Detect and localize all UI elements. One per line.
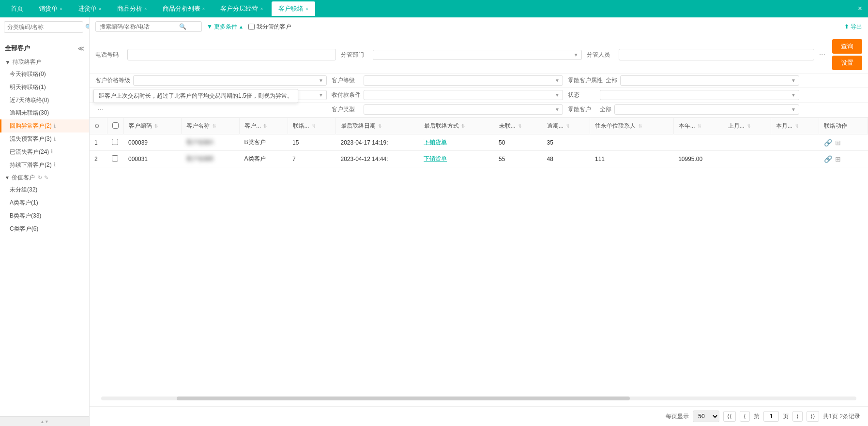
sidebar-item-lostwarning[interactable]: 流失预警客户(3) ℹ	[0, 132, 89, 146]
row2-link-icon[interactable]: 🔗	[824, 155, 832, 163]
my-customers-checkbox[interactable]: 我分管的客户	[248, 23, 291, 31]
sidebar-item-abnormal[interactable]: 回购异常客户(2) ℹ	[0, 119, 89, 132]
row2-grid-icon[interactable]: ⊞	[835, 155, 841, 163]
lastmethod-sort-icon[interactable]: ⇅	[461, 124, 465, 129]
contacts-sort-icon[interactable]: ⇅	[639, 124, 642, 129]
code-sort-icon[interactable]: ⇅	[154, 124, 158, 129]
last-page-btn[interactable]: ⟩⟩	[807, 411, 819, 422]
horizontal-scrollbar[interactable]	[101, 397, 856, 400]
manager-label: 分管人员	[587, 51, 616, 59]
close-purchase-tab[interactable]: ×	[99, 6, 102, 12]
sidebar-item-tomorrow[interactable]: 明天待联络(1)	[0, 81, 89, 94]
overdue-sort-icon[interactable]: ⇅	[566, 124, 570, 129]
scatter-attr-select[interactable]: ▼	[620, 75, 799, 86]
sidebar-item-ungrouped[interactable]: 未分组(32)	[0, 183, 89, 196]
main-layout: 🔍 全部客户 ≪ ▼ 待联络客户 今天待联络(0) 明天待联络(1) 近7天待联…	[0, 17, 868, 426]
close-analysis-list-tab[interactable]: ×	[202, 6, 205, 12]
scrollbar-thumb[interactable]	[177, 397, 630, 400]
sidebar-search-input[interactable]	[4, 21, 83, 33]
row2-check[interactable]	[112, 155, 118, 162]
sidebar-item-class-b[interactable]: B类客户(33)	[0, 209, 89, 222]
page-suffix: 页	[783, 412, 789, 421]
query-button[interactable]: 查询	[832, 39, 862, 54]
search-input[interactable]	[100, 23, 177, 30]
row2-lastmethod[interactable]: 下销货单	[419, 151, 494, 167]
window-close-button[interactable]: ×	[858, 4, 862, 13]
nav-tab-home[interactable]: 首页	[4, 1, 30, 16]
lostwarning-info-icon[interactable]: ℹ	[54, 135, 56, 143]
type-sort-icon[interactable]: ⇅	[263, 124, 267, 129]
my-customers-check[interactable]	[248, 24, 255, 30]
phone-input[interactable]	[127, 49, 336, 60]
prev-page-btn[interactable]: ⟨	[740, 411, 750, 422]
dept-select[interactable]: ▼	[373, 50, 581, 60]
close-analysis-tab[interactable]: ×	[144, 6, 147, 12]
name-sort-icon[interactable]: ⇅	[213, 124, 216, 129]
more-conditions-btn[interactable]: ▼ 更多条件 ▲	[207, 23, 244, 31]
sidebar-search-icon[interactable]: 🔍	[85, 24, 90, 30]
price-tier-select[interactable]: ▼	[133, 75, 327, 86]
value-group-refresh-icon[interactable]: ↻	[38, 175, 42, 181]
table-settings-icon[interactable]: ⚙	[94, 123, 100, 130]
status-select[interactable]: ▼	[600, 90, 799, 100]
sidebar-item-7days[interactable]: 近7天待联络(0)	[0, 94, 89, 107]
lastmonth-sort-icon[interactable]: ⇅	[747, 124, 751, 129]
declining-info-icon[interactable]: ℹ	[54, 161, 56, 168]
thisyear-sort-icon[interactable]: ⇅	[698, 124, 701, 129]
settings-col-header[interactable]: ⚙	[90, 118, 107, 134]
sidebar-item-declining[interactable]: 持续下滑客户(2) ℹ	[0, 159, 89, 172]
row1-lastmethod[interactable]: 下销货单	[419, 134, 494, 151]
row1-thismonth	[771, 134, 819, 151]
row1-checkbox[interactable]	[107, 134, 123, 151]
row2-checkbox[interactable]	[107, 151, 123, 167]
payment-select[interactable]: ▼	[364, 90, 563, 100]
scatter-customer-select[interactable]: ▼	[614, 104, 799, 115]
close-customer-contact-tab[interactable]: ×	[305, 6, 308, 12]
row1-lastmethod-link[interactable]: 下销货单	[424, 139, 447, 146]
sidebar-item-lost[interactable]: 已流失客户(24) ℹ	[0, 146, 89, 159]
nav-tab-analysis[interactable]: 商品分析 ×	[110, 1, 154, 16]
customer-type-select[interactable]: ▼	[364, 104, 563, 115]
lastmethod-col-label: 最后联络方式	[424, 122, 459, 129]
select-all-checkbox[interactable]	[112, 122, 119, 129]
notcontacted-sort-icon[interactable]: ⇅	[518, 124, 522, 129]
row1-grid-icon[interactable]: ⊞	[835, 139, 841, 147]
close-sales-tab[interactable]: ×	[60, 6, 62, 12]
sidebar-group-waiting[interactable]: ▼ 待联络客户	[0, 56, 89, 68]
nav-tab-customer-contact[interactable]: 客户联络 ×	[272, 1, 315, 16]
nav-tab-sales[interactable]: 销货单 ×	[32, 1, 69, 16]
row1-link-icon[interactable]: 🔗	[824, 139, 832, 147]
row1-type: B类客户	[240, 134, 288, 151]
first-page-btn[interactable]: ⟨⟨	[723, 411, 736, 422]
sidebar-item-class-c[interactable]: C类客户(6)	[0, 222, 89, 235]
abnormal-info-icon[interactable]: ℹ	[54, 122, 56, 130]
nav-tab-purchase[interactable]: 进货单 ×	[71, 1, 108, 16]
manager-input[interactable]	[619, 49, 814, 60]
lost-info-icon[interactable]: ℹ	[51, 148, 53, 155]
contact-sort-icon[interactable]: ⇅	[312, 124, 316, 129]
row2-lastmethod-link[interactable]: 下销货单	[424, 155, 447, 162]
current-page-input[interactable]	[763, 411, 779, 422]
next-page-btn[interactable]: ⟩	[792, 411, 803, 422]
export-button[interactable]: ⬆ 导出	[844, 23, 862, 31]
sidebar-item-overdue[interactable]: 逾期未联络(30)	[0, 106, 89, 119]
search-icon[interactable]: 🔍	[179, 23, 186, 30]
sidebar-collapse-btn[interactable]: ≪	[77, 45, 84, 52]
settings-button[interactable]: 设置	[832, 56, 862, 70]
row4-dots-btn[interactable]: ···	[95, 105, 106, 114]
all-customers-header[interactable]: 全部客户 ≪	[0, 41, 89, 56]
thismonth-sort-icon[interactable]: ⇅	[795, 124, 799, 129]
manager-dots-btn[interactable]: ···	[817, 50, 827, 59]
sidebar-item-today[interactable]: 今天待联络(0)	[0, 68, 89, 81]
sidebar-resize-handle[interactable]: ▲▼	[0, 416, 89, 426]
sidebar-item-class-a[interactable]: A类客户(1)	[0, 196, 89, 209]
customer-tier-select[interactable]: ▼	[364, 75, 563, 86]
close-customer-tier-tab[interactable]: ×	[260, 6, 263, 12]
value-group-edit-icon[interactable]: ✎	[44, 175, 48, 181]
per-page-select[interactable]: 50 20 100	[693, 411, 719, 422]
nav-tab-customer-tier[interactable]: 客户分层经营 ×	[213, 1, 270, 16]
lastdate-sort-icon[interactable]: ⇅	[378, 124, 382, 129]
nav-tab-analysis-list[interactable]: 商品分析列表 ×	[156, 1, 212, 16]
row1-check[interactable]	[112, 139, 118, 145]
checkbox-col-header[interactable]	[107, 118, 123, 134]
